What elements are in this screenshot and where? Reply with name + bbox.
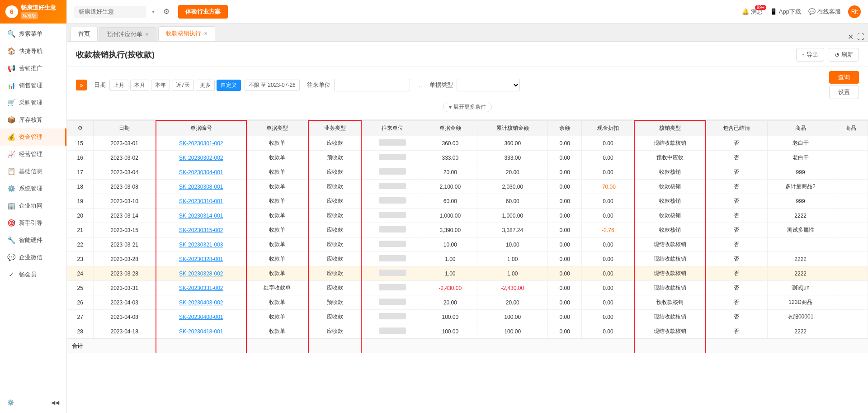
sidebar-item-wechat[interactable]: 💬 企业微信 — [0, 249, 66, 266]
table-row[interactable]: 272023-04-08SK-20230408-001收款单应收款100.001… — [67, 310, 868, 324]
table-cell[interactable]: SK-20230328-002 — [156, 266, 246, 281]
tab-fullscreen-icon[interactable]: ⛶ — [857, 33, 864, 41]
tab-close-all-icon[interactable]: ✕ — [848, 33, 854, 41]
table-cell: 20.00 — [423, 165, 477, 180]
main-area: 畅康道好生意 ▾ ⚙ 体验行业方案 🔔 消息 99+ 📱 App下载 💬 在线客… — [67, 0, 868, 413]
col-header-bill-no[interactable]: 单据编号 — [156, 120, 246, 136]
footer-bill-type — [246, 339, 308, 353]
table-row[interactable]: 242023-03-28SK-20230328-002收款单应收款1.001.0… — [67, 266, 868, 281]
table-cell: 应收款 — [308, 237, 361, 252]
setting-button[interactable]: 设置 — [829, 85, 859, 99]
system-icon: ⚙️ — [7, 185, 15, 193]
user-avatar[interactable]: Rit — [848, 5, 861, 18]
filter-date-7days[interactable]: 近7天 — [172, 80, 194, 91]
tab-writeoff[interactable]: 收款核销执行 × — [158, 26, 215, 41]
table-row[interactable]: 192023-03-10SK-20230310-001收款单应收款60.0060… — [67, 194, 868, 209]
table-cell[interactable]: SK-20230310-001 — [156, 194, 246, 209]
collapse-icon[interactable]: ◀◀ — [51, 399, 59, 406]
table-row[interactable]: 152023-03-01SK-20230301-002收款单应收款360.003… — [67, 136, 868, 151]
refresh-button[interactable]: ↺ 刷新 — [829, 48, 859, 62]
table-row[interactable]: 202023-03-14SK-20230314-001收款单应收款1,000.0… — [67, 209, 868, 223]
sidebar-item-marketing[interactable]: 📢 营销推广 — [0, 60, 66, 77]
col-header-writeoff-amount[interactable]: 累计核销金额 — [477, 120, 548, 136]
table-row[interactable]: 232023-03-28SK-20230328-001收款单应收款1.001.0… — [67, 252, 868, 266]
filter-date-last-month[interactable]: 上月 — [109, 80, 128, 91]
sidebar-item-operation[interactable]: 📈 经营管理 — [0, 146, 66, 163]
sidebar-item-quick-nav[interactable]: 🏠 快捷导航 — [0, 43, 66, 60]
sidebar-item-basic[interactable]: 📋 基础信息 — [0, 163, 66, 180]
table-cell[interactable]: SK-20230403-002 — [156, 295, 246, 310]
breadcrumb-text: 畅康道好生意 — [79, 8, 114, 16]
table-cell[interactable]: SK-20230315-002 — [156, 223, 246, 237]
table-row[interactable]: 182023-03-08SK-20230308-001收款单应收款2,100.0… — [67, 180, 868, 194]
table-cell[interactable]: SK-20230331-002 — [156, 281, 246, 295]
filter-bill-type-select[interactable] — [457, 79, 520, 91]
sidebar-item-member[interactable]: ✓ 畅会员 — [0, 266, 66, 283]
col-header-biz-type[interactable]: 业务类型 — [308, 120, 361, 136]
table-row[interactable]: 262023-04-03SK-20230403-002收款单预收款20.0020… — [67, 295, 868, 310]
table-row[interactable]: 172023-03-04SK-20230304-001收款单应收款20.0020… — [67, 165, 868, 180]
col-header-cash-discount[interactable]: 现金折扣 — [582, 120, 634, 136]
table-cell: 2023-03-04 — [93, 165, 156, 180]
topbar-gear-button[interactable]: ⚙ — [160, 5, 173, 18]
col-header-amount[interactable]: 单据金额 — [423, 120, 477, 136]
tab-writeoff-close[interactable]: × — [204, 30, 208, 37]
service-button[interactable]: 💬 在线客服 — [808, 8, 841, 16]
app-download-button[interactable]: 📱 App下载 — [770, 8, 801, 16]
tab-payable-close[interactable]: × — [145, 31, 149, 38]
sidebar-item-enterprise[interactable]: 🏢 企业协同 — [0, 197, 66, 214]
sidebar-item-system[interactable]: ⚙️ 系统管理 — [0, 180, 66, 197]
table-cell[interactable]: SK-20230408-001 — [156, 310, 246, 324]
sidebar-item-sales[interactable]: 📊 销售管理 — [0, 77, 66, 94]
col-header-bill-type[interactable]: 单据类型 — [246, 120, 308, 136]
blurred-value — [379, 328, 406, 334]
tab-payable[interactable]: 预付冲应付单 × — [99, 27, 156, 41]
table-row[interactable]: 282023-04-18SK-20230418-001收款单应收款100.001… — [67, 324, 868, 339]
table-cell: 333.00 — [423, 151, 477, 165]
table-cell[interactable]: SK-20230328-001 — [156, 252, 246, 266]
col-header-include-settled[interactable]: 包含已结清 — [706, 120, 767, 136]
topbar-dropdown-icon[interactable]: ▾ — [152, 9, 155, 15]
table-row[interactable]: 212023-03-15SK-20230315-002收款单应收款3,390.0… — [67, 223, 868, 237]
table-cell[interactable]: SK-20230301-002 — [156, 136, 246, 151]
settings-icon[interactable]: ⚙️ — [7, 399, 14, 406]
col-header-balance[interactable]: 余额 — [548, 120, 582, 136]
col-header-goods[interactable]: 商品 — [767, 120, 834, 136]
table-cell[interactable]: SK-20230308-001 — [156, 180, 246, 194]
col-header-date[interactable]: 日期 — [93, 120, 156, 136]
col-header-goods2[interactable]: 商品 — [834, 120, 868, 136]
table-cell[interactable]: SK-20230304-001 — [156, 165, 246, 180]
sidebar-item-finance[interactable]: 💰 资金管理 — [0, 128, 66, 146]
table-cell[interactable]: SK-20230321-003 — [156, 237, 246, 252]
sidebar-item-purchase[interactable]: 🛒 采购管理 — [0, 94, 66, 111]
sidebar-item-hardware[interactable]: 🔧 智能硬件 — [0, 232, 66, 249]
table-cell[interactable]: SK-20230302-002 — [156, 151, 246, 165]
table-cell: 0.00 — [548, 324, 582, 339]
col-header-writeoff-type[interactable]: 核销类型 — [634, 120, 705, 136]
filter-date-custom[interactable]: 自定义 — [217, 80, 241, 91]
filter-date-more[interactable]: 更多 — [196, 80, 215, 91]
table-row[interactable]: 222023-03-21SK-20230321-003收款单应收款10.0010… — [67, 237, 868, 252]
filter-partner-input[interactable] — [334, 79, 410, 91]
tab-home[interactable]: 首页 — [71, 27, 98, 41]
sidebar-item-search[interactable]: 🔍 搜索菜单 — [0, 25, 66, 43]
col-header-settings[interactable]: ⚙ — [67, 120, 94, 136]
query-button[interactable]: 查询 — [829, 71, 859, 84]
sidebar-bottom-bar[interactable]: ⚙️ ◀◀ — [0, 396, 66, 409]
solution-button[interactable]: 体验行业方案 — [178, 5, 228, 19]
notice-button[interactable]: 🔔 消息 99+ — [742, 8, 763, 16]
table-row[interactable]: 252023-03-31SK-20230331-002红字收款单应收款-2,43… — [67, 281, 868, 295]
expand-more-button[interactable]: ▾ 展开更多条件 — [443, 102, 492, 112]
table-row[interactable]: 162023-03-02SK-20230302-002收款单预收款333.003… — [67, 151, 868, 165]
table-cell[interactable]: SK-20230418-001 — [156, 324, 246, 339]
logo-subtitle: 标推版 — [21, 12, 38, 19]
filter-expand-button[interactable]: » — [76, 80, 87, 90]
blurred-value — [379, 270, 406, 276]
filter-date-this-year[interactable]: 本年 — [151, 80, 170, 91]
col-header-partner[interactable]: 往来单位 — [361, 120, 423, 136]
export-button[interactable]: ↑ 导出 — [796, 48, 825, 62]
sidebar-item-guide[interactable]: 🎯 新手引导 — [0, 214, 66, 232]
sidebar-item-inventory[interactable]: 📦 库存核算 — [0, 111, 66, 128]
filter-date-this-month[interactable]: 本月 — [130, 80, 149, 91]
table-cell[interactable]: SK-20230314-001 — [156, 209, 246, 223]
